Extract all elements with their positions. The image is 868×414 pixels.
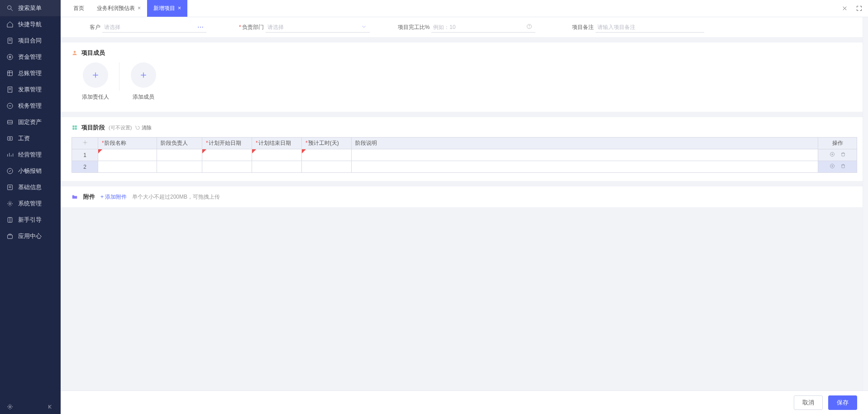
svg-point-14 [9,138,11,139]
sidebar-item-info[interactable]: 基础信息 [0,179,61,195]
cell-start[interactable] [202,161,252,173]
field-department: * 负责部门 [239,22,367,33]
doc-icon [6,37,14,44]
close-icon[interactable]: × [178,5,181,11]
form-panel: 客户 ⋯ * 负责部门 项目完工比% [61,17,868,37]
svg-point-27 [74,51,76,53]
sidebar-item-funds[interactable]: 资金管理 [0,49,61,65]
svg-line-1 [11,9,13,11]
remark-input[interactable] [596,22,704,33]
sidebar-item-label: 总账管理 [18,69,42,77]
more-icon[interactable]: ⋯ [197,24,204,31]
sidebar-item-invoice[interactable]: 发票管理 [0,81,61,98]
delete-row-icon[interactable] [840,163,846,169]
system-icon [6,200,14,207]
money-icon [6,53,14,61]
report-icon [6,167,14,175]
sidebar-item-guide[interactable]: 新手引导 [0,212,61,228]
field-label: 客户 [90,24,100,31]
info-icon [6,184,14,191]
tab-new-project[interactable]: 新增项目 × [147,0,187,17]
add-row-icon[interactable] [830,152,835,157]
tab-label: 业务利润预估表 [97,5,135,12]
sidebar-item-label: 固定资产 [18,118,42,126]
sidebar-item-salary[interactable]: 工资 [0,130,61,147]
close-icon[interactable]: × [138,5,141,11]
phases-icon [72,124,78,131]
svg-rect-35 [75,128,77,130]
cell-hours[interactable] [302,161,352,173]
cell-start[interactable] [202,149,252,161]
phases-panel: 项目阶段 (可不设置) 清除 [61,117,868,181]
cancel-button[interactable]: 取消 [794,395,823,410]
tab-label: 新增项目 [153,5,175,12]
sidebar-item-label: 搜索菜单 [18,4,42,12]
members-list: 添加责任人 添加成员 [61,62,868,110]
phase-table: *阶段名称 阶段负责人 *计划开始日期 *计划结束日期 *预计工时(天) 阶段说… [72,137,857,173]
cell-owner[interactable] [157,149,202,161]
apps-icon [6,233,14,240]
cell-end[interactable] [252,161,302,173]
cell-name[interactable] [98,161,157,173]
cell-name[interactable] [98,149,157,161]
delete-row-icon[interactable] [840,152,846,157]
sidebar-item-system[interactable]: 系统管理 [0,195,61,212]
add-attachment-link[interactable]: +添加附件 [100,193,127,201]
sidebar-item-apps[interactable]: 应用中心 [0,228,61,244]
collapse-icon[interactable] [47,403,54,410]
tax-icon [6,102,14,109]
sidebar-item-ledger[interactable]: 总账管理 [0,65,61,81]
cell-hours[interactable] [302,149,352,161]
sidebar-item-tax[interactable]: 税务管理 [0,98,61,114]
section-header-phases: 项目阶段 (可不设置) 清除 [61,117,868,137]
folder-icon [72,194,78,200]
row-idx: 1 [72,149,98,161]
form-row: 客户 ⋯ * 负责部门 项目完工比% [61,17,868,37]
sidebar-item-search[interactable]: 搜索菜单 [0,0,61,16]
settings-icon[interactable] [6,403,14,410]
search-icon [6,5,14,12]
add-member-label: 添加成员 [133,93,154,101]
clear-link[interactable]: 清除 [135,124,152,131]
svg-rect-16 [8,185,13,190]
members-icon [72,50,78,56]
fullscreen-icon[interactable] [854,3,864,14]
content: 首页 业务利润预估表 × 新增项目 × 客户 [61,0,868,414]
add-member-button[interactable] [131,62,156,88]
section-note: (可不设置) [109,124,132,131]
col-hours: *预计工时(天) [302,138,352,149]
sidebar-item-manage[interactable]: 经营管理 [0,147,61,163]
close-all-icon[interactable] [839,3,850,14]
tab-home[interactable]: 首页 [67,0,91,17]
progress-input[interactable] [431,22,535,33]
sidebar-item-label: 系统管理 [18,200,42,208]
cell-desc[interactable] [352,149,818,161]
cell-owner[interactable] [157,161,202,173]
table-row[interactable]: 2 [72,161,857,173]
sidebar-item-quicknav[interactable]: 快捷导航 [0,16,61,33]
department-input[interactable] [266,22,370,33]
scrollbar[interactable] [863,17,868,390]
help-icon[interactable] [526,24,532,31]
tab-profit[interactable]: 业务利润预估表 × [91,0,147,17]
table-row[interactable]: 1 [72,149,857,161]
page-body: 客户 ⋯ * 负责部门 项目完工比% [61,17,868,414]
sidebar-item-label: 新手引导 [18,216,42,224]
chevron-down-icon[interactable] [361,24,367,31]
add-owner-button[interactable] [83,62,108,88]
sidebar-item-label: 项目合同 [18,37,42,45]
add-owner-slot: 添加责任人 [72,62,119,101]
sidebar-item-asset[interactable]: 固定资产 [0,114,61,130]
customer-input[interactable] [102,22,206,33]
table-header-row: *阶段名称 阶段负责人 *计划开始日期 *计划结束日期 *预计工时(天) 阶段说… [72,138,857,149]
add-row-icon[interactable] [830,163,835,169]
sidebar-item-contract[interactable]: 项目合同 [0,33,61,49]
cell-desc[interactable] [352,161,818,173]
col-gear[interactable] [72,138,98,149]
phase-table-wrap: *阶段名称 阶段负责人 *计划开始日期 *计划结束日期 *预计工时(天) 阶段说… [61,137,868,181]
sidebar-item-label: 工资 [18,134,30,143]
manage-icon [6,151,14,158]
save-button[interactable]: 保存 [828,395,857,410]
cell-end[interactable] [252,149,302,161]
sidebar-item-report[interactable]: 小畅报销 [0,163,61,179]
